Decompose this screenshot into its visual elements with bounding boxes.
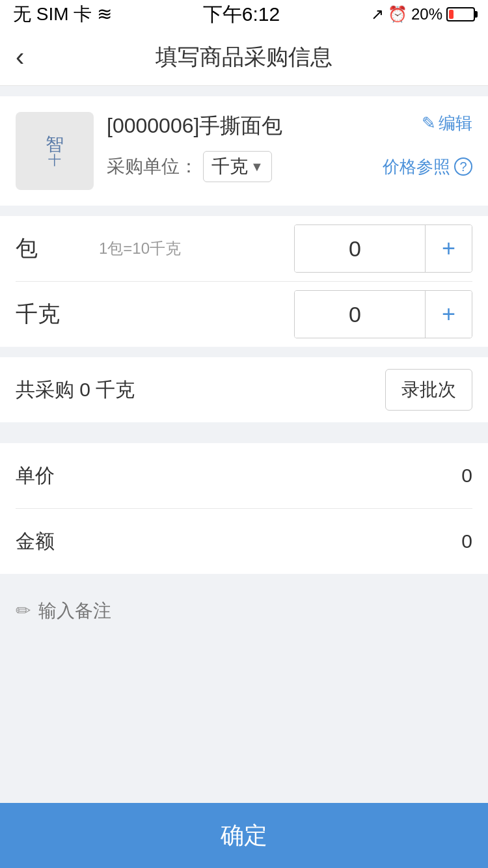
kg-label: 千克 bbox=[16, 299, 94, 329]
total-row: 共采购 0 千克 录批次 bbox=[0, 357, 488, 422]
price-row: 单价 0 bbox=[0, 443, 488, 508]
bag-label: 包 bbox=[16, 234, 94, 264]
unit-select-value: 千克 bbox=[211, 154, 248, 179]
section-divider-3 bbox=[0, 422, 488, 433]
nav-bar: ‹ 填写商品采购信息 bbox=[0, 29, 488, 86]
product-header: [0000006]手撕面包 ✎ 编辑 bbox=[107, 112, 472, 141]
edit-icon: ✎ bbox=[422, 113, 436, 133]
chevron-down-icon: ▼ bbox=[251, 159, 264, 174]
unit-select[interactable]: 千克 ▼ bbox=[203, 151, 272, 182]
pencil-icon: ✏ bbox=[16, 600, 31, 621]
status-left: 无 SIM 卡 ≋ bbox=[13, 2, 112, 27]
battery-percent: 20% bbox=[411, 5, 442, 23]
bag-plus-button[interactable]: + bbox=[425, 225, 472, 272]
section-divider-1 bbox=[0, 206, 488, 216]
note-input[interactable] bbox=[38, 601, 472, 621]
price-value: 0 bbox=[461, 465, 472, 487]
main-spacer bbox=[0, 637, 488, 803]
status-right: ↗ ⏰ 20% bbox=[371, 5, 475, 23]
unit-row: 采购单位： 千克 ▼ 价格参照 ? bbox=[107, 151, 472, 182]
unit-label: 采购单位： bbox=[107, 154, 198, 179]
status-bar: 无 SIM 卡 ≋ 下午6:12 ↗ ⏰ 20% bbox=[0, 0, 488, 29]
page-title: 填写商品采购信息 bbox=[156, 42, 332, 72]
bag-sublabel: 1包=10千克 bbox=[99, 238, 181, 259]
help-icon: ? bbox=[454, 157, 472, 176]
amount-value: 0 bbox=[461, 530, 472, 552]
price-label: 单价 bbox=[16, 463, 55, 489]
bag-input-row: 包 1包=10千克 + bbox=[0, 216, 488, 281]
product-logo: 智 十 bbox=[46, 135, 64, 167]
kg-plus-button[interactable]: + bbox=[425, 291, 472, 338]
kg-quantity-box: + bbox=[294, 290, 472, 338]
total-text: 共采购 0 千克 bbox=[16, 377, 135, 403]
status-time: 下午6:12 bbox=[203, 1, 280, 28]
confirm-button[interactable]: 确定 bbox=[0, 803, 488, 868]
kg-input-row: 千克 + bbox=[0, 282, 488, 347]
battery-icon bbox=[446, 7, 475, 21]
kg-quantity-input[interactable] bbox=[295, 291, 425, 338]
product-name: [0000006]手撕面包 bbox=[107, 112, 282, 141]
amount-row: 金额 0 bbox=[0, 509, 488, 574]
amount-label: 金额 bbox=[16, 528, 55, 555]
location-icon: ↗ bbox=[371, 5, 384, 23]
bag-quantity-input[interactable] bbox=[295, 225, 425, 272]
product-section: 智 十 [0000006]手撕面包 ✎ 编辑 采购单位： 千克 ▼ 价格参照 ? bbox=[0, 96, 488, 206]
total-amount: 0 bbox=[79, 379, 90, 400]
back-button[interactable]: ‹ bbox=[9, 36, 31, 78]
price-ref-button[interactable]: 价格参照 ? bbox=[383, 156, 472, 178]
bag-quantity-box: + bbox=[294, 224, 472, 273]
price-amount-section: 单价 0 金额 0 bbox=[0, 443, 488, 574]
bag-input-section: 包 1包=10千克 + 千克 + bbox=[0, 216, 488, 347]
section-divider-2 bbox=[0, 347, 488, 357]
record-batch-button[interactable]: 录批次 bbox=[385, 369, 472, 411]
alarm-icon: ⏰ bbox=[388, 5, 407, 23]
note-section: ✏ bbox=[0, 584, 488, 637]
edit-button[interactable]: ✎ 编辑 bbox=[422, 112, 472, 135]
product-image: 智 十 bbox=[16, 112, 94, 190]
product-info: [0000006]手撕面包 ✎ 编辑 采购单位： 千克 ▼ 价格参照 ? bbox=[107, 112, 472, 182]
